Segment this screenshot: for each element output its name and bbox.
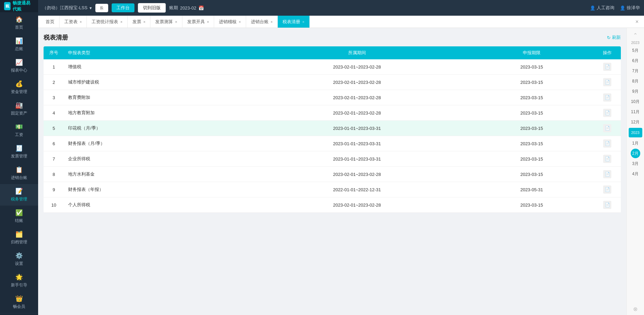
sidebar-item-fund[interactable]: 💰 资金管理 — [0, 77, 38, 98]
copy-button[interactable]: ⎘ — [95, 4, 108, 12]
unpin-button[interactable]: 📌 取消固定 — [0, 313, 38, 315]
tab-close-invoice-issue[interactable]: × — [207, 20, 209, 24]
tab-close-invoice[interactable]: × — [143, 20, 145, 24]
panel-up-chevron[interactable]: ⌃ — [633, 32, 638, 39]
month-2023-6[interactable]: 6月 — [629, 56, 642, 65]
tab-invoice-issue-label: 发票开具 — [187, 19, 205, 25]
workspace-button[interactable]: 工作台 — [112, 3, 134, 12]
guide-icon: 🌟 — [15, 273, 23, 281]
cell-period: 2023-02-01~2023-02-28 — [244, 75, 470, 90]
sidebar-item-report[interactable]: 📈 报表中心 — [0, 55, 38, 77]
archive-icon: 🗂️ — [15, 230, 23, 238]
cell-type: 城市维护建设税 — [64, 75, 244, 90]
payroll-icon: 💵 — [15, 123, 23, 131]
tab-invoice-calc[interactable]: 发票测算 × — [150, 16, 182, 28]
action-view-icon[interactable]: 📄 — [603, 185, 611, 194]
tab-close-invoice-calc[interactable]: × — [175, 20, 177, 24]
switch-old-button[interactable]: 切到旧版 — [138, 3, 166, 13]
sidebar-item-assets[interactable]: 🏭 固定资产 — [0, 98, 38, 120]
panel-collapse-button[interactable]: ⊗ — [633, 306, 638, 312]
home-icon: 🏠 — [15, 16, 23, 23]
sidebar-item-purchase-sale[interactable]: 📋 进销台账 — [0, 163, 38, 184]
tab-close-payroll[interactable]: × — [80, 20, 82, 24]
sidebar-label-report: 报表中心 — [11, 68, 27, 73]
tab-close-payroll-stats[interactable]: × — [120, 20, 122, 24]
sidebar-item-guide[interactable]: 🌟 新手引导 — [0, 270, 38, 291]
tab-tax-list[interactable]: 税表清册 × — [278, 16, 309, 28]
sidebar-item-payroll[interactable]: 💵 工资 — [0, 120, 38, 141]
ai-consult-button[interactable]: 👤 人工咨询 — [590, 5, 614, 11]
month-2023-12[interactable]: 12月 — [629, 117, 642, 127]
cell-action: 📄 — [594, 105, 621, 121]
tab-payroll[interactable]: 工资表 × — [60, 16, 87, 28]
action-view-icon[interactable]: 📄 — [603, 93, 611, 102]
sidebar-label-close-account: 结账 — [15, 218, 23, 224]
content-area: 税表清册 ↻ 刷新 序号 申报表类型 所属期间 申报期限 操作 — [38, 28, 644, 315]
action-view-icon[interactable]: 📄 — [603, 170, 611, 178]
month-2023-5[interactable]: 5月 — [629, 46, 642, 55]
sidebar-label-archive: 归档管理 — [11, 239, 27, 245]
user-profile[interactable]: 👤 徐泽华 — [620, 5, 640, 11]
cell-period: 2023-02-01~2023-02-28 — [244, 105, 470, 121]
sidebar-item-ledger[interactable]: 📊 总账 — [0, 34, 38, 55]
cell-deadline: 2023-03-15 — [470, 59, 594, 75]
action-view-icon[interactable]: 📄 — [603, 109, 611, 117]
tab-invoice-issue[interactable]: 发票开具 × — [182, 16, 214, 28]
action-view-icon[interactable]: 📄 — [603, 63, 611, 71]
action-view-icon[interactable]: 📄 — [603, 139, 611, 148]
action-view-icon[interactable]: 📄 — [603, 155, 611, 163]
global-close-button[interactable]: × — [633, 19, 641, 25]
action-view-icon[interactable]: 📄 — [603, 201, 611, 209]
table-row: 10 个人所得税 2023-02-01~2023-02-28 2023-03-1… — [44, 197, 621, 213]
cell-action: 📄 — [594, 90, 621, 105]
sidebar-label-fund: 资金管理 — [11, 89, 27, 95]
sidebar-item-invoice[interactable]: 🧾 发票管理 — [0, 141, 38, 163]
col-deadline: 申报期限 — [470, 46, 594, 59]
cell-period: 2023-02-01~2023-02-28 — [244, 197, 470, 213]
month-2023-8[interactable]: 8月 — [629, 76, 642, 86]
sidebar-item-close-account[interactable]: ✅ 结账 — [0, 206, 38, 227]
tab-invoice[interactable]: 发票 × — [128, 16, 150, 28]
calendar-icon[interactable]: 📅 — [198, 5, 204, 11]
cell-deadline: 2023-03-15 — [470, 197, 594, 213]
sidebar-item-home[interactable]: 🏠 首页 — [0, 12, 38, 34]
cell-deadline: 2023-03-15 — [470, 90, 594, 105]
sidebar-item-tax[interactable]: 📝 税务管理 — [0, 184, 38, 206]
tab-close-purchase-audit[interactable]: × — [239, 20, 241, 24]
company-selector[interactable]: （勿动）江西报宝-LSS ▾ — [42, 5, 92, 11]
sidebar-label-settings: 设置 — [15, 261, 23, 267]
month-2024-3[interactable]: 3月 — [629, 159, 642, 168]
cell-deadline: 2023-03-15 — [470, 136, 594, 151]
sidebar-item-archive[interactable]: 🗂️ 归档管理 — [0, 227, 38, 249]
month-2024-2[interactable]: 2月 — [631, 149, 640, 158]
month-2024-1[interactable]: 1月 — [629, 138, 642, 148]
tab-close-tax-list[interactable]: × — [302, 20, 304, 24]
table-row: 8 地方水利基金 2023-02-01~2023-02-28 2023-03-1… — [44, 167, 621, 182]
tax-icon: 📝 — [15, 188, 23, 195]
topbar-right: 👤 人工咨询 👤 徐泽华 — [590, 5, 640, 11]
month-2023-10[interactable]: 10月 — [629, 97, 642, 106]
dropdown-icon: ▾ — [90, 5, 92, 11]
logo-icon: 账 — [4, 2, 11, 10]
sidebar-item-settings[interactable]: ⚙️ 设置 — [0, 249, 38, 270]
invoice-icon: 🧾 — [15, 145, 23, 152]
tab-invoice-label: 发票 — [132, 19, 141, 25]
tab-home[interactable]: 首页 — [41, 16, 60, 28]
action-view-icon[interactable]: 📄 — [603, 78, 611, 86]
tab-purchase-ledger[interactable]: 进销台账 × — [246, 16, 278, 28]
tab-payroll-stats[interactable]: 工资统计报表 × — [87, 16, 127, 28]
sidebar-item-vip[interactable]: 👑 畅会员 — [0, 291, 38, 313]
cell-seq: 4 — [44, 105, 64, 121]
month-2023-7[interactable]: 7月 — [629, 66, 642, 76]
action-view-icon[interactable]: 📄 — [603, 124, 611, 132]
refresh-button[interactable]: ↻ 刷新 — [607, 34, 621, 41]
cell-period: 2022-01-01~2022-12-31 — [244, 182, 470, 197]
tab-close-purchase-ledger[interactable]: × — [271, 20, 273, 24]
sidebar: 账 畅捷通易代账 🏠 首页 📊 总账 📈 报表中心 💰 资金管理 🏭 固定资产 … — [0, 0, 38, 315]
tab-purchase-audit[interactable]: 进销稽核 × — [214, 16, 246, 28]
month-2024-4[interactable]: 4月 — [629, 169, 642, 179]
month-2023-9[interactable]: 9月 — [629, 87, 642, 96]
month-2023-11[interactable]: 11月 — [629, 107, 642, 117]
cell-action: 📄 — [594, 197, 621, 213]
tabbar: 首页 工资表 × 工资统计报表 × 发票 × 发票测算 × 发票开具 × 进销稽… — [38, 16, 644, 28]
